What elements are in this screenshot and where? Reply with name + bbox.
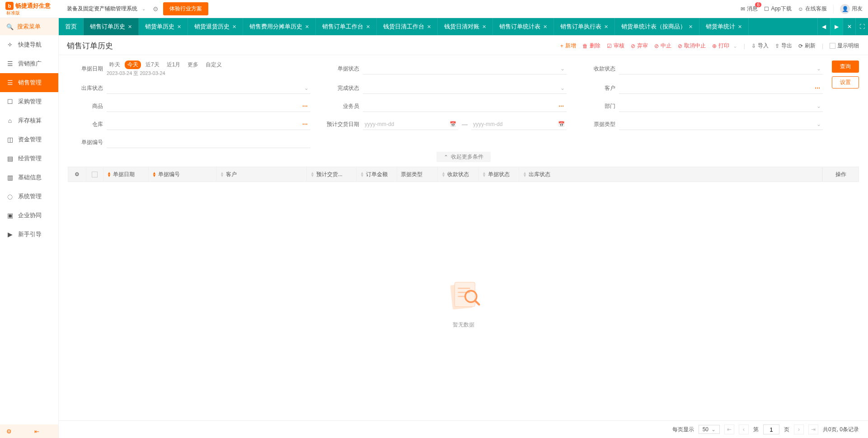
refresh-button[interactable]: ⟳刷新 xyxy=(798,42,816,50)
department-select[interactable]: ⌄ xyxy=(619,100,823,112)
system-selector[interactable]: 装备及固定资产辅助管理系统 ⌄ xyxy=(67,5,145,13)
tab[interactable]: 销售订单执行表✕ xyxy=(554,18,615,35)
sort-icon: ▲▼ xyxy=(220,172,224,177)
audit-button[interactable]: ☑审核 xyxy=(607,42,624,50)
date-pill[interactable]: 昨天 xyxy=(107,61,123,69)
tabs-scroll-right[interactable]: ▶ xyxy=(830,18,843,35)
salesman-input[interactable]: ⋯ xyxy=(363,100,567,112)
gear-icon[interactable]: ⚙ xyxy=(153,5,159,13)
page-prev[interactable]: ‹ xyxy=(739,424,749,434)
sidebar-item[interactable]: ▣企业协同 xyxy=(0,206,58,225)
col-ticket[interactable]: 票据类型 xyxy=(397,167,438,182)
settings-icon[interactable]: ⚙ xyxy=(6,428,12,435)
doc-no-input[interactable] xyxy=(107,136,310,148)
tab[interactable]: 销货单统计✕ xyxy=(699,18,749,35)
experience-button[interactable]: 体验行业方案 xyxy=(163,2,208,15)
tab[interactable]: 销售费用分摊单历史✕ xyxy=(243,18,316,35)
online-service-button[interactable]: ☺ 在线客服 xyxy=(798,5,827,13)
tab-label: 销售订单历史 xyxy=(90,23,125,31)
show-detail-toggle[interactable]: 显示明细 xyxy=(830,42,859,50)
finish-status-select[interactable]: ⌄ xyxy=(363,82,567,94)
date-pill[interactable]: 近7天 xyxy=(143,61,162,69)
tab[interactable]: 销货退货历史✕ xyxy=(188,18,243,35)
date-pill[interactable]: 近1月 xyxy=(164,61,183,69)
customer-input[interactable]: ⋯ xyxy=(619,82,823,94)
query-button[interactable]: 查询 xyxy=(832,61,859,73)
expect-date-from[interactable]: yyyy-mm-dd📅 xyxy=(363,118,458,130)
page-last[interactable]: ⇥ xyxy=(808,424,818,434)
sidebar-item[interactable]: ▶新手引导 xyxy=(0,225,58,244)
setting-button[interactable]: 设置 xyxy=(832,76,859,89)
product-input[interactable]: ⋯ xyxy=(107,100,310,112)
close-icon[interactable]: ✕ xyxy=(427,24,431,30)
ticket-type-select[interactable]: ⌄ xyxy=(619,118,823,130)
tab[interactable]: 销货单统计表（按商品）✕ xyxy=(615,18,699,35)
tab[interactable]: 首页 xyxy=(59,18,84,35)
sidebar-item[interactable]: ▤经营管理 xyxy=(0,149,58,168)
reject-button[interactable]: ⊘弃审 xyxy=(631,42,648,50)
tab[interactable]: 钱货日清对账✕ xyxy=(438,18,493,35)
sidebar-item[interactable]: ◌系统管理 xyxy=(0,187,58,206)
close-icon[interactable]: ✕ xyxy=(604,24,608,30)
receipt-status-select[interactable]: ⌄ xyxy=(619,63,823,75)
print-button[interactable]: ⊕打印⌄ xyxy=(712,42,737,50)
close-icon[interactable]: ✕ xyxy=(128,24,132,30)
date-pill[interactable]: 自定义 xyxy=(203,61,225,69)
collapse-filters-button[interactable]: ⌃ 收起更多条件 xyxy=(436,152,491,162)
sidebar-item[interactable]: ☰营销推广 xyxy=(0,54,58,73)
tab[interactable]: 销售订单历史✕ xyxy=(84,18,139,35)
date-pill[interactable]: 今天 xyxy=(125,61,141,69)
col-no[interactable]: ▲▼单据编号 xyxy=(149,167,216,182)
sidebar-item[interactable]: ☰销售管理 xyxy=(0,73,58,92)
page-first[interactable]: ⇤ xyxy=(724,424,734,434)
sidebar-item[interactable]: ✧快捷导航 xyxy=(0,35,58,54)
app-download-button[interactable]: ☐ App下载 xyxy=(764,5,791,13)
sidebar-item[interactable]: ⌂库存核算 xyxy=(0,111,58,130)
col-expect[interactable]: ▲▼预计交货... xyxy=(307,167,357,182)
tabs-scroll-left[interactable]: ◀ xyxy=(817,18,830,35)
col-gear[interactable]: ⚙ xyxy=(68,167,86,182)
page-input[interactable] xyxy=(763,424,779,434)
close-icon[interactable]: ✕ xyxy=(305,24,309,30)
user-menu[interactable]: 👤 用友 xyxy=(840,4,863,14)
messages-button[interactable]: ✉ 消息 6 xyxy=(741,5,758,13)
expect-date-to[interactable]: yyyy-mm-dd📅 xyxy=(471,118,567,130)
col-checkbox[interactable] xyxy=(86,167,103,182)
sidebar-item[interactable]: ☐采购管理 xyxy=(0,92,58,111)
warehouse-input[interactable]: ⋯ xyxy=(107,118,310,130)
col-out[interactable]: ▲▼出库状态 xyxy=(519,167,822,182)
tab[interactable]: 销售订单统计表✕ xyxy=(493,18,554,35)
close-icon[interactable]: ✕ xyxy=(482,24,486,30)
col-amount[interactable]: ▲▼订单金额 xyxy=(357,167,397,182)
out-status-select[interactable]: ⌄ xyxy=(107,82,310,94)
page-size-select[interactable]: 50⌄ xyxy=(699,425,720,434)
tab[interactable]: 销售订单工作台✕ xyxy=(316,18,377,35)
col-date[interactable]: ▲▼单据日期 xyxy=(103,167,149,182)
date-pill[interactable]: 更多 xyxy=(185,61,201,69)
collapse-sidebar-icon[interactable]: ⇤ xyxy=(34,428,39,435)
stop-button[interactable]: ⊘中止 xyxy=(654,42,671,50)
close-icon[interactable]: ✕ xyxy=(738,24,742,30)
col-receipt[interactable]: ▲▼收款状态 xyxy=(438,167,479,182)
unstop-button[interactable]: ⊘取消中止 xyxy=(678,42,706,50)
tabs-fullscreen[interactable]: ⛶ xyxy=(855,18,868,35)
new-button[interactable]: +新增 xyxy=(560,42,576,50)
col-customer[interactable]: ▲▼客户 xyxy=(216,167,307,182)
export-button[interactable]: ⇧导出 xyxy=(775,42,792,50)
close-icon[interactable]: ✕ xyxy=(232,24,236,30)
close-icon[interactable]: ✕ xyxy=(177,24,181,30)
tabs-close-all[interactable]: ✕ xyxy=(843,18,855,35)
delete-button[interactable]: 🗑删除 xyxy=(582,42,601,50)
doc-status-select[interactable]: ⌄ xyxy=(363,63,567,75)
tab[interactable]: 销货单历史✕ xyxy=(139,18,188,35)
close-icon[interactable]: ✕ xyxy=(366,24,370,30)
close-icon[interactable]: ✕ xyxy=(689,24,693,30)
page-next[interactable]: › xyxy=(794,424,804,434)
col-doc-status[interactable]: ▲▼单据状态 xyxy=(479,167,519,182)
sidebar-item[interactable]: ◫资金管理 xyxy=(0,130,58,149)
tab[interactable]: 钱货日清工作台✕ xyxy=(377,18,438,35)
import-button[interactable]: ⇩导入 xyxy=(751,42,769,50)
sidebar-item[interactable]: ▥基础信息 xyxy=(0,168,58,187)
sidebar-search[interactable]: 🔍 搜索菜单 xyxy=(0,18,58,35)
close-icon[interactable]: ✕ xyxy=(543,24,547,30)
